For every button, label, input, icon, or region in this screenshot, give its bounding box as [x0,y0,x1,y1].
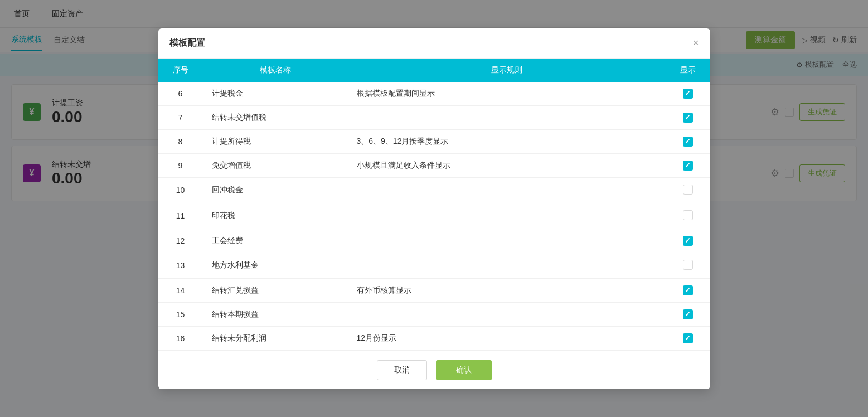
table-row: 8计提所得税3、6、9、12月按季度显示 [158,129,710,153]
table-row: 12工会经费 [158,229,710,253]
checkbox-11[interactable] [683,210,693,220]
modal-overlay[interactable]: 模板配置 × 序号 模板名称 显示规则 显示 6计提税金根据模板配置期间显示7结… [0,0,868,417]
modal-footer: 取消 确认 [158,351,710,389]
cell-check [666,82,710,106]
checkbox-14[interactable] [683,285,693,295]
table-row: 10回冲税金 [158,177,710,203]
cell-check [666,105,710,129]
cell-rule: 有外币核算显示 [348,278,666,302]
cell-rule [348,302,666,326]
cell-check [666,203,710,229]
table-row: 9免交增值税小规模且满足收入条件显示 [158,153,710,177]
cell-name: 免交增值税 [203,153,348,177]
checkbox-10[interactable] [683,185,693,195]
cell-rule: 3、6、9、12月按季度显示 [348,129,666,153]
modal-header: 模板配置 × [158,28,710,59]
checkbox-7[interactable] [683,113,693,123]
cell-rule: 12月份显示 [348,326,666,350]
modal-close-button[interactable]: × [693,38,699,48]
cell-no: 10 [158,177,203,203]
cancel-button[interactable]: 取消 [377,360,427,380]
table-row: 15结转本期损益 [158,302,710,326]
modal-title: 模板配置 [169,37,205,49]
cell-check [666,177,710,203]
cell-check [666,278,710,302]
cell-name: 印花税 [203,203,348,229]
cell-check [666,326,710,350]
checkbox-13[interactable] [683,260,693,270]
table-body: 6计提税金根据模板配置期间显示7结转未交增值税8计提所得税3、6、9、12月按季… [158,82,710,351]
table-row: 11印花税 [158,203,710,229]
modal-template-config: 模板配置 × 序号 模板名称 显示规则 显示 6计提税金根据模板配置期间显示7结… [158,28,710,389]
cell-check [666,253,710,278]
cell-rule [348,203,666,229]
table-header-row: 序号 模板名称 显示规则 显示 [158,59,710,82]
cell-rule: 根据模板配置期间显示 [348,82,666,106]
cell-no: 8 [158,129,203,153]
cell-name: 回冲税金 [203,177,348,203]
cell-no: 6 [158,82,203,106]
cell-rule [348,253,666,278]
cell-no: 12 [158,229,203,253]
cell-name: 计提税金 [203,82,348,106]
cell-check [666,302,710,326]
col-header-display: 显示 [666,59,710,82]
table-row: 13地方水利基金 [158,253,710,278]
cell-no: 9 [158,153,203,177]
cell-no: 16 [158,326,203,350]
col-header-no: 序号 [158,59,203,82]
cell-no: 11 [158,203,203,229]
cell-rule [348,229,666,253]
checkbox-8[interactable] [683,137,693,147]
checkbox-15[interactable] [683,309,693,319]
col-header-name: 模板名称 [203,59,348,82]
cell-check [666,153,710,177]
col-header-rule: 显示规则 [348,59,666,82]
cell-name: 地方水利基金 [203,253,348,278]
cell-check [666,229,710,253]
cell-name: 结转汇兑损益 [203,278,348,302]
cell-no: 15 [158,302,203,326]
cell-name: 计提所得税 [203,129,348,153]
checkbox-9[interactable] [683,161,693,171]
checkbox-16[interactable] [683,333,693,343]
cell-name: 结转未分配利润 [203,326,348,350]
modal-body[interactable]: 序号 模板名称 显示规则 显示 6计提税金根据模板配置期间显示7结转未交增值税8… [158,59,710,351]
cell-no: 7 [158,105,203,129]
cell-check [666,129,710,153]
cell-name: 结转本期损益 [203,302,348,326]
checkbox-6[interactable] [683,89,693,99]
checkbox-12[interactable] [683,236,693,246]
config-table: 序号 模板名称 显示规则 显示 6计提税金根据模板配置期间显示7结转未交增值税8… [158,59,710,351]
cell-name: 工会经费 [203,229,348,253]
table-row: 6计提税金根据模板配置期间显示 [158,82,710,106]
cell-rule [348,105,666,129]
cell-no: 13 [158,253,203,278]
cell-rule [348,177,666,203]
table-row: 14结转汇兑损益有外币核算显示 [158,278,710,302]
table-row: 16结转未分配利润12月份显示 [158,326,710,350]
confirm-button[interactable]: 确认 [436,360,492,380]
table-row: 7结转未交增值税 [158,105,710,129]
cell-rule: 小规模且满足收入条件显示 [348,153,666,177]
cell-no: 14 [158,278,203,302]
cell-name: 结转未交增值税 [203,105,348,129]
